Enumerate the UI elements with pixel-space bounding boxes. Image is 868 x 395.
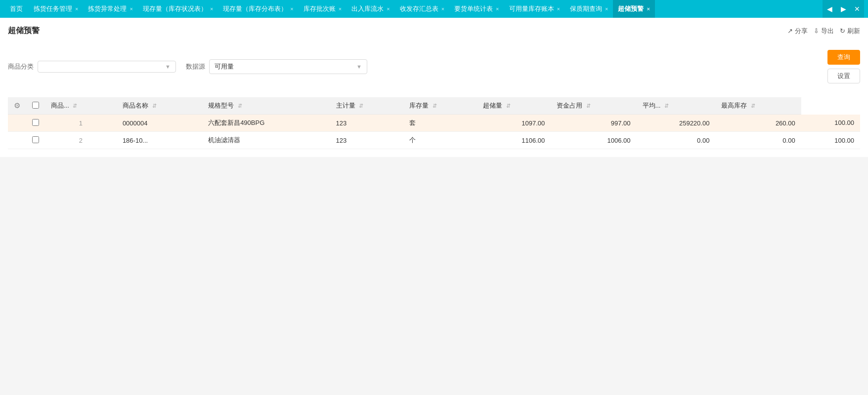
nav-tab-close-10[interactable]: ×: [647, 6, 650, 12]
row-max-stock-1: 100.00: [801, 132, 860, 149]
refresh-icon: ↻: [840, 27, 845, 35]
nav-close-button[interactable]: ✕: [850, 0, 864, 18]
table-body: 10000004六配套新昌490BPG123套1097.00997.002592…: [8, 115, 860, 149]
row-name-0: 六配套新昌490BPG: [202, 115, 330, 132]
col-code[interactable]: 商品... ⇵: [45, 97, 117, 115]
category-chevron-icon: ▼: [165, 64, 171, 70]
top-nav: 首页 拣货任务管理×拣货异常处理×现存量（库存状况表）×现存量（库存分布表）×库…: [0, 0, 868, 18]
sort-icon-max-stock: ⇵: [751, 103, 755, 109]
category-select[interactable]: ▼: [38, 61, 176, 73]
row-unit-0: 套: [403, 115, 477, 132]
nav-tab-9[interactable]: 保质期查询×: [565, 0, 613, 18]
nav-tabs: 拣货任务管理×拣货异常处理×现存量（库存状况表）×现存量（库存分布表）×库存批次…: [29, 0, 655, 18]
row-spec-0: 123: [330, 115, 404, 132]
nav-tab-6[interactable]: 收发存汇总表×: [395, 0, 449, 18]
nav-prev-button[interactable]: ◀: [823, 0, 836, 18]
nav-tab-close-7[interactable]: ×: [496, 6, 499, 12]
col-avg[interactable]: 平均... ⇵: [637, 97, 716, 115]
filter-right-actions: 查询 设置: [827, 50, 860, 83]
table-row: 2186-10...机油滤清器123个1106.001006.000.000.0…: [8, 132, 860, 149]
page-title: 超储预警: [8, 26, 40, 36]
col-spec[interactable]: 规格型号 ⇵: [202, 97, 330, 115]
row-index-0: 1: [45, 115, 117, 132]
nav-tab-close-4[interactable]: ×: [339, 6, 342, 12]
row-checkbox-cell-1: [26, 132, 45, 149]
col-checkbox-header: [26, 97, 45, 115]
row-name-1: 机油滤清器: [202, 132, 330, 149]
settings-col-icon[interactable]: ⚙: [14, 101, 20, 110]
nav-tab-4[interactable]: 库存批次账×: [299, 0, 347, 18]
row-checkbox-1[interactable]: [32, 136, 39, 143]
sort-icon-stock: ⇵: [433, 103, 437, 109]
row-unit-1: 个: [403, 132, 477, 149]
settings-button[interactable]: 设置: [827, 69, 860, 83]
nav-next-button[interactable]: ▶: [836, 0, 850, 18]
row-avg-0: 260.00: [715, 115, 801, 132]
row-code-0: 0000004: [117, 115, 202, 132]
col-unit[interactable]: 主计量 ⇵: [330, 97, 404, 115]
nav-tab-7[interactable]: 要货单统计表×: [449, 0, 504, 18]
nav-tab-close-9[interactable]: ×: [605, 6, 608, 12]
export-icon: ⇩: [814, 27, 819, 35]
query-button[interactable]: 查询: [827, 50, 860, 65]
row-stock-0: 1097.00: [477, 115, 551, 132]
col-max-stock[interactable]: 最高库存 ⇵: [715, 97, 801, 115]
page-container: 超储预警 ↗ 分享 ⇩ 导出 ↻ 刷新 商品分类 ▼ 数据源: [0, 18, 868, 157]
table-row: 10000004六配套新昌490BPG123套1097.00997.002592…: [8, 115, 860, 132]
datasource-filter-group: 数据源 可用量 ▼: [186, 59, 367, 74]
nav-tab-1[interactable]: 拣货异常处理×: [83, 0, 137, 18]
nav-tab-close-1[interactable]: ×: [130, 6, 132, 12]
row-gear-cell-1: [8, 132, 26, 149]
filter-area: 商品分类 ▼ 数据源 可用量 ▼ 查询 设置: [8, 44, 860, 89]
row-capital-1: 0.00: [637, 132, 716, 149]
row-gear-cell-0: [8, 115, 26, 132]
sort-icon-spec: ⇵: [238, 103, 242, 109]
sort-icon-unit: ⇵: [359, 103, 363, 109]
datasource-select-value: 可用量: [215, 62, 234, 71]
nav-tab-close-2[interactable]: ×: [210, 6, 213, 12]
sort-icon-name: ⇵: [152, 103, 157, 109]
row-overstock-1: 1006.00: [551, 132, 636, 149]
nav-tab-close-5[interactable]: ×: [387, 6, 390, 12]
nav-tab-3[interactable]: 现存量（库存分布表）×: [218, 0, 298, 18]
nav-tab-10[interactable]: 超储预警×: [613, 0, 654, 18]
nav-tab-0[interactable]: 拣货任务管理×: [29, 0, 83, 18]
row-checkbox-0[interactable]: [32, 119, 39, 126]
datasource-select[interactable]: 可用量 ▼: [209, 59, 367, 74]
datasource-label: 数据源: [186, 62, 205, 71]
col-capital[interactable]: 资金占用 ⇵: [551, 97, 636, 115]
table-header-row: ⚙ 商品... ⇵ 商品名称 ⇵ 规格型号 ⇵ 主计量: [8, 97, 860, 115]
row-max-stock-0: 100.00: [801, 115, 860, 132]
header-actions: ↗ 分享 ⇩ 导出 ↻ 刷新: [787, 27, 860, 36]
row-avg-1: 0.00: [715, 132, 801, 149]
nav-arrows: ◀ ▶ ✕: [823, 0, 864, 18]
nav-tab-close-8[interactable]: ×: [557, 6, 560, 12]
nav-tab-close-6[interactable]: ×: [441, 6, 444, 12]
export-button[interactable]: ⇩ 导出: [814, 27, 834, 36]
nav-tab-2[interactable]: 现存量（库存状况表）×: [138, 0, 218, 18]
col-name[interactable]: 商品名称 ⇵: [117, 97, 202, 115]
sort-icon-overstock: ⇵: [506, 103, 511, 109]
nav-tab-close-3[interactable]: ×: [290, 6, 293, 12]
row-overstock-0: 997.00: [551, 115, 636, 132]
row-capital-0: 259220.00: [637, 115, 716, 132]
col-overstock[interactable]: 超储量 ⇵: [477, 97, 551, 115]
category-filter-group: 商品分类 ▼: [8, 61, 176, 73]
row-code-1: 186-10...: [117, 132, 202, 149]
refresh-button[interactable]: ↻ 刷新: [840, 27, 860, 36]
share-button[interactable]: ↗ 分享: [787, 27, 808, 36]
nav-home[interactable]: 首页: [4, 4, 29, 13]
nav-tab-8[interactable]: 可用量库存账本×: [504, 0, 565, 18]
nav-tab-5[interactable]: 出入库流水×: [347, 0, 394, 18]
row-index-1: 2: [45, 132, 117, 149]
col-gear: ⚙: [8, 97, 26, 115]
category-label: 商品分类: [8, 62, 34, 71]
row-stock-1: 1106.00: [477, 132, 551, 149]
col-stock[interactable]: 库存量 ⇵: [403, 97, 477, 115]
page-header: 超储预警 ↗ 分享 ⇩ 导出 ↻ 刷新: [8, 26, 860, 36]
nav-tab-close-0[interactable]: ×: [75, 6, 78, 12]
row-spec-1: 123: [330, 132, 404, 149]
sort-icon-code: ⇵: [73, 103, 77, 109]
select-all-checkbox[interactable]: [32, 102, 39, 109]
datasource-chevron-icon: ▼: [356, 64, 362, 70]
